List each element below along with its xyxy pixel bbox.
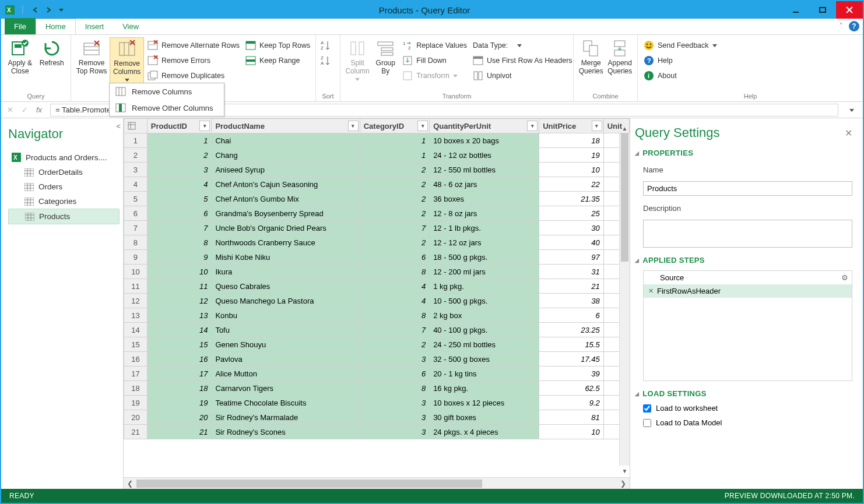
cell[interactable]: 10 <box>539 425 604 439</box>
cell[interactable]: 23.25 <box>539 323 604 337</box>
cell[interactable]: 22 <box>539 177 604 192</box>
menu-remove-columns[interactable]: Remove Columns <box>110 83 224 100</box>
step-delete-icon[interactable]: ✕ <box>648 287 654 295</box>
table-row[interactable]: 44Chef Anton's Cajun Seasoning248 - 6 oz… <box>124 177 630 192</box>
table-row[interactable]: 2020Sir Rodney's Marmalade330 gift boxes… <box>124 410 630 425</box>
cell[interactable]: Chang <box>212 148 360 163</box>
cell[interactable]: 2 <box>360 337 429 352</box>
table-row[interactable]: 1010Ikura812 - 200 ml jars31 <box>124 265 630 279</box>
cell[interactable]: 10 <box>539 163 604 177</box>
cell[interactable]: 18 <box>539 133 604 148</box>
row-number[interactable]: 1 <box>124 133 147 148</box>
cell[interactable]: 12 - 200 ml jars <box>430 265 539 279</box>
cell[interactable]: 5 <box>147 192 212 206</box>
cell[interactable]: 1 kg pkg. <box>430 279 539 294</box>
maximize-button[interactable] <box>809 1 836 19</box>
cell[interactable]: 7 <box>360 323 429 337</box>
applied-steps-section[interactable]: APPLIED STEPS <box>635 256 852 265</box>
cell[interactable]: 20 - 1 kg tins <box>430 366 539 381</box>
cell[interactable]: Pavlova <box>212 352 360 366</box>
cell[interactable]: 4 <box>147 177 212 192</box>
append-queries-button[interactable]: Append Queries <box>606 37 634 76</box>
cell[interactable]: Alice Mutton <box>212 366 360 381</box>
apply-close-button[interactable]: Apply & Close <box>5 37 36 76</box>
filter-icon[interactable]: ▾ <box>199 121 210 131</box>
table-row[interactable]: 1616Pavlova332 - 500 g boxes17.45 <box>124 352 630 366</box>
row-number[interactable]: 5 <box>124 192 147 206</box>
row-number[interactable]: 15 <box>124 337 147 352</box>
undo-icon[interactable] <box>30 5 41 15</box>
cell[interactable]: 6 <box>539 308 604 323</box>
table-row[interactable]: 55Chef Anton's Gumbo Mix236 boxes21.35 <box>124 192 630 206</box>
cell[interactable]: 16 <box>147 352 212 366</box>
step-first-row-as-header[interactable]: ✕ FirstRowAsHeader <box>644 284 852 298</box>
cell[interactable]: 20 <box>147 410 212 425</box>
cell[interactable]: 6 <box>360 366 429 381</box>
home-tab[interactable]: Home <box>36 19 76 34</box>
fill-down-button[interactable]: Fill Down <box>400 54 469 68</box>
cell[interactable]: Tofu <box>212 323 360 337</box>
cell[interactable]: 2 <box>147 148 212 163</box>
load-worksheet-checkbox[interactable]: Load to worksheet <box>643 404 852 413</box>
remove-columns-button[interactable]: Remove Columns <box>110 37 143 84</box>
vscroll-thumb[interactable] <box>621 133 628 262</box>
cell[interactable]: 21.35 <box>539 192 604 206</box>
cell[interactable]: 1 <box>147 133 212 148</box>
row-number[interactable]: 9 <box>124 250 147 265</box>
cell[interactable]: 2 <box>360 192 429 206</box>
cell[interactable]: 39 <box>539 366 604 381</box>
excel-app-icon[interactable]: X <box>5 5 15 15</box>
cell[interactable]: 40 <box>539 235 604 250</box>
column-header-productname[interactable]: ProductName▾ <box>212 119 360 133</box>
filter-icon[interactable]: ▾ <box>348 121 359 131</box>
fx-icon[interactable]: fx <box>36 105 42 114</box>
cell[interactable]: Ikura <box>212 265 360 279</box>
data-type-button[interactable]: Data Type: <box>470 38 570 52</box>
formula-accept-icon[interactable]: ✓ <box>22 105 28 114</box>
minimize-button[interactable] <box>782 1 809 19</box>
file-tab[interactable]: File <box>5 18 36 34</box>
cell[interactable]: 81 <box>539 410 604 425</box>
cell[interactable]: 9.2 <box>539 396 604 410</box>
query-name-input[interactable] <box>643 181 852 196</box>
cell[interactable]: 40 - 100 g pkgs. <box>430 323 539 337</box>
scroll-right-arrow[interactable]: ❯ <box>617 480 630 488</box>
scroll-up-arrow[interactable]: ▲ <box>620 123 630 133</box>
properties-section[interactable]: PROPERTIES <box>635 149 852 157</box>
cell[interactable]: 12 <box>147 294 212 308</box>
scroll-left-arrow[interactable]: ❮ <box>124 480 136 488</box>
cell[interactable]: Northwoods Cranberry Sauce <box>212 235 360 250</box>
group-by-button[interactable]: Group By <box>372 37 399 76</box>
table-row[interactable]: 1919Teatime Chocolate Biscuits310 boxes … <box>124 396 630 410</box>
row-number[interactable]: 2 <box>124 148 147 163</box>
cell[interactable]: 7 <box>147 221 212 235</box>
cell[interactable]: 36 boxes <box>430 192 539 206</box>
keep-top-rows-button[interactable]: Keep Top Rows <box>243 38 312 52</box>
view-tab[interactable]: View <box>113 19 148 34</box>
cell[interactable]: 17.45 <box>539 352 604 366</box>
collapse-ribbon-icon[interactable]: ˄ <box>839 22 843 31</box>
remove-duplicates-button[interactable]: Remove Duplicates <box>145 69 242 83</box>
row-number[interactable]: 19 <box>124 396 147 410</box>
cell[interactable]: Chai <box>212 133 360 148</box>
cell[interactable]: 4 <box>360 294 429 308</box>
table-row[interactable]: 1212Queso Manchego La Pastora410 - 500 g… <box>124 294 630 308</box>
table-row[interactable]: 88Northwoods Cranberry Sauce212 - 12 oz … <box>124 235 630 250</box>
cell[interactable]: 4 <box>360 279 429 294</box>
help-button[interactable]: ?Help <box>641 54 719 68</box>
cell[interactable]: 18 <box>147 381 212 396</box>
send-feedback-button[interactable]: Send Feedback <box>641 38 719 52</box>
table-row[interactable]: 33Aniseed Syrup212 - 550 ml bottles10 <box>124 163 630 177</box>
cell[interactable]: 38 <box>539 294 604 308</box>
close-button[interactable] <box>836 1 863 19</box>
cell[interactable]: 21 <box>147 425 212 439</box>
load-datamodel-checkbox[interactable]: Load to Data Model <box>643 418 852 427</box>
cell[interactable]: 6 <box>360 250 429 265</box>
cell[interactable]: Genen Shouyu <box>212 337 360 352</box>
cell[interactable]: 12 - 12 oz jars <box>430 235 539 250</box>
column-header-productid[interactable]: ProductID▾ <box>147 119 212 133</box>
cell[interactable]: 24 pkgs. x 4 pieces <box>430 425 539 439</box>
remove-alternate-rows-button[interactable]: Remove Alternate Rows <box>145 38 242 52</box>
cell[interactable]: Aniseed Syrup <box>212 163 360 177</box>
row-number[interactable]: 7 <box>124 221 147 235</box>
